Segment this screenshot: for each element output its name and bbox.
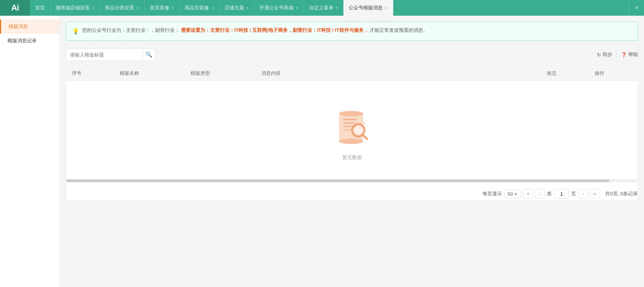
close-icon[interactable]: × [246,6,249,10]
page-label-pre: 第 [547,190,552,197]
nav-tabs: 首页 微商城店铺设置 × 商品分类设置 × 首页装修 × 商品页装修 × 店铺主… [30,0,629,16]
nav-tab-label: 开通公众号商城 [259,4,293,11]
close-icon[interactable]: × [136,6,139,10]
nav-tab-product-decor[interactable]: 商品页装修 × [179,0,219,16]
sidebar-item-template-msg[interactable]: 模版消息 [0,19,59,34]
search-button[interactable]: 🔍 [142,49,155,61]
help-icon: ❓ [621,52,627,58]
chevron-down-icon: ∨ [514,192,517,196]
close-icon[interactable]: × [385,6,387,10]
nav-tab-home[interactable]: 首页 [30,0,50,16]
nav-tab-open-mall[interactable]: 开通公众号商城 × [254,0,303,16]
col-name: 模版名称 [114,66,185,81]
nav-tab-shop-theme[interactable]: 店铺主题 × [219,0,254,16]
total-info: 共0页, 0条记录 [605,190,638,197]
svg-line-10 [363,135,367,139]
sync-button[interactable]: ↻ 同步 [597,51,612,58]
svg-point-12 [367,125,369,127]
empty-illustration [330,103,375,148]
notice-suffix: 才能正常发送预置的消息。 [370,27,428,33]
nav-tab-label: 商品页装修 [185,4,209,11]
sidebar: 模版消息 模版消息记录 [0,16,60,287]
help-button[interactable]: ❓ 帮助 [621,51,638,58]
search-icon: 🔍 [145,51,152,58]
sync-icon: ↻ [597,52,601,58]
notice-text: 您的公众号行业为：主营行业：，副营行业： 需要设置为：主营行业：IT科技 / 互… [82,27,428,34]
svg-point-2 [339,111,363,116]
notice-highlight: 需要设置为：主营行业：IT科技 / 互联网|电子商务，副营行业：IT科技 / I… [181,27,369,33]
nav-tab-label: 店铺主题 [225,4,244,11]
nav-tab-label: 自定义菜单 [309,4,333,11]
app-logo: Ai [0,0,30,16]
nav-tab-label: 首页装修 [150,4,169,11]
nav-tab-label: 公众号模版消息 [349,4,383,11]
search-input[interactable] [66,50,142,60]
col-index: 序号 [67,66,115,81]
nav-tab-label: 微商城店铺设置 [56,4,90,11]
col-action: 操作 [589,66,638,81]
table-body: 暂无数据 [67,81,638,176]
empty-text: 暂无数据 [342,154,362,161]
data-table: 序号 模版名称 模版类型 消息内容 状态 操作 [66,66,638,176]
close-icon[interactable]: × [211,6,213,10]
col-status: 状态 [542,66,589,81]
prev-page-icon: ‹ [539,191,540,196]
pagination: 每页显示 50 ∨ ⊲ ‹ 第 页 › [66,185,638,200]
search-bar: 🔍 ↻ 同步 | ❓ 帮助 [66,48,638,61]
sidebar-item-label: 模版消息记录 [7,38,37,43]
last-page-icon: ⊳ [593,191,597,196]
col-type: 模版类型 [185,66,256,81]
per-page-select[interactable]: 50 ∨ [504,190,521,198]
help-label: 帮助 [628,51,638,58]
close-all-button[interactable]: × [629,0,644,16]
nav-tab-label: 首页 [35,4,45,11]
first-page-icon: ⊲ [526,191,530,196]
close-icon[interactable]: × [336,6,338,10]
close-icon[interactable]: × [92,6,94,10]
table-header-row: 序号 模版名称 模版类型 消息内容 状态 操作 [67,66,638,81]
svg-rect-4 [343,119,357,120]
close-icon[interactable]: × [172,6,174,10]
prev-page-button[interactable]: ‹ [535,189,545,199]
sync-label: 同步 [603,51,612,58]
toolbar-right: ↻ 同步 | ❓ 帮助 [597,51,638,58]
page-label-post: 页 [571,190,576,197]
next-page-icon: › [582,191,584,196]
nav-tab-template-msg[interactable]: 公众号模版消息 × [343,0,393,16]
col-content: 消息内容 [256,66,542,81]
nav-tab-label: 商品分类设置 [105,4,134,11]
page-number-input[interactable] [554,189,569,199]
last-page-button[interactable]: ⊳ [590,189,600,199]
top-nav: Ai 首页 微商城店铺设置 × 商品分类设置 × 首页装修 × 商品页装修 × … [0,0,644,16]
notice-icon: 💡 [72,27,79,36]
per-page-label: 每页显示 [483,190,502,197]
next-page-button[interactable]: › [578,189,588,199]
sidebar-item-label: 模版消息 [9,24,28,29]
app-layout: 模版消息 模版消息记录 💡 您的公众号行业为：主营行业：，副营行业： 需要设置为… [0,16,644,287]
empty-row: 暂无数据 [67,81,638,176]
scrollbar-thumb[interactable] [66,179,609,182]
toolbar-divider: | [616,52,617,58]
nav-tab-shop-settings[interactable]: 微商城店铺设置 × [50,0,100,16]
per-page-value: 50 [508,191,513,197]
table-head: 序号 模版名称 模版类型 消息内容 状态 操作 [67,66,638,81]
close-icon[interactable]: × [296,6,298,10]
nav-tab-custom-menu[interactable]: 自定义菜单 × [304,0,343,16]
close-all-icon: × [635,4,638,11]
svg-rect-5 [343,122,355,124]
table-wrapper: 序号 模版名称 模版类型 消息内容 状态 操作 [66,65,638,201]
search-input-wrap: 🔍 [66,48,155,61]
notice-prefix: 您的公众号行业为：主营行业：，副营行业： [82,27,179,33]
svg-point-9 [354,126,362,134]
svg-point-11 [363,122,366,125]
nav-tab-category-settings[interactable]: 商品分类设置 × [100,0,144,16]
notice-box: 💡 您的公众号行业为：主营行业：，副营行业： 需要设置为：主营行业：IT科技 /… [66,22,638,41]
main-content: 💡 您的公众号行业为：主营行业：，副营行业： 需要设置为：主营行业：IT科技 /… [60,16,644,287]
svg-point-13 [365,121,366,122]
nav-tab-homepage-decor[interactable]: 首页装修 × [145,0,179,16]
svg-point-3 [339,138,363,144]
sidebar-item-template-history[interactable]: 模版消息记录 [0,34,59,48]
empty-state: 暂无数据 [67,81,637,176]
horizontal-scrollbar[interactable] [66,179,638,182]
first-page-button[interactable]: ⊲ [523,189,533,199]
